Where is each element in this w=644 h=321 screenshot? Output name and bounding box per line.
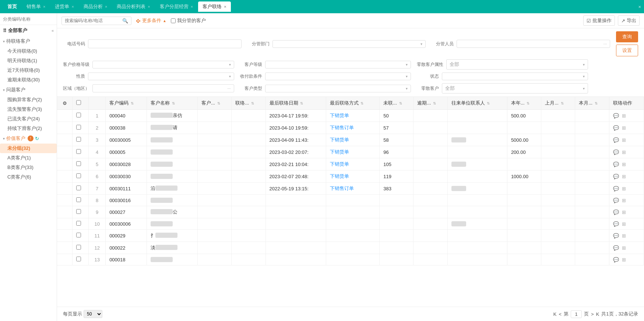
last-page-btn[interactable]: K bbox=[596, 311, 599, 317]
batch-operation-btn[interactable]: ☑ 批量操作 bbox=[583, 15, 615, 26]
close-icon[interactable]: × bbox=[224, 4, 226, 9]
tab-purchase[interactable]: 进货单 × bbox=[50, 1, 78, 12]
grid-action-icon[interactable]: ⊞ bbox=[622, 162, 626, 167]
row-last-contact-method[interactable]: 下销售订单 bbox=[326, 122, 379, 134]
row-select-checkbox[interactable] bbox=[76, 245, 81, 250]
row-select-checkbox[interactable] bbox=[76, 257, 81, 261]
filter-more-btn[interactable]: ⧾ 更多条件 ▲ bbox=[136, 17, 166, 24]
chat-icon[interactable]: 💬 bbox=[613, 257, 619, 262]
retail-attr-select[interactable]: 全部 ▾ bbox=[446, 59, 588, 70]
chat-icon[interactable]: 💬 bbox=[613, 221, 619, 227]
row-select-checkbox[interactable] bbox=[76, 161, 81, 166]
close-icon[interactable]: × bbox=[148, 4, 150, 9]
tab-analysis-list[interactable]: 商品分析列表 × bbox=[112, 1, 154, 12]
row-select-checkbox[interactable] bbox=[76, 221, 81, 226]
close-icon[interactable]: × bbox=[105, 4, 107, 9]
row-last-contact-method[interactable]: 下销货单 bbox=[326, 158, 379, 170]
sidebar-item-class-b[interactable]: B类客户(33) bbox=[0, 163, 57, 172]
row-last-contact-method[interactable]: 下销售订单 bbox=[326, 183, 379, 195]
name-column-header[interactable]: 客户名称 ⇅ bbox=[147, 97, 197, 110]
chat-icon[interactable]: 💬 bbox=[613, 186, 619, 191]
sidebar-search-input[interactable] bbox=[3, 17, 57, 22]
customer-type-column-header[interactable]: 客户... ⇅ bbox=[198, 97, 232, 110]
sidebar-all-customers[interactable]: ⠿ 全部客户 « bbox=[0, 25, 57, 36]
close-icon[interactable]: × bbox=[71, 4, 74, 9]
row-select-checkbox[interactable] bbox=[76, 137, 81, 142]
grid-action-icon[interactable]: ⊞ bbox=[622, 137, 626, 143]
grid-action-icon[interactable]: ⊞ bbox=[622, 174, 626, 179]
sidebar-item-tomorrow[interactable]: 明天待联络(1) bbox=[0, 56, 57, 66]
grid-action-icon[interactable]: ⊞ bbox=[622, 186, 626, 191]
sidebar-group-value[interactable]: ▾ 价值客户 ! ↻ bbox=[0, 133, 57, 144]
sidebar-item-class-c[interactable]: C类客户(6) bbox=[0, 172, 57, 182]
grid-action-icon[interactable]: ⊞ bbox=[622, 209, 626, 215]
row-select-checkbox[interactable] bbox=[76, 173, 81, 178]
row-last-contact-method[interactable]: 下销货单 bbox=[326, 110, 379, 122]
grid-action-icon[interactable]: ⊞ bbox=[622, 233, 626, 239]
tab-home[interactable]: 首页 bbox=[3, 1, 21, 12]
tab-customer-contact[interactable]: 客户联络 × bbox=[198, 1, 230, 12]
reset-button[interactable]: 设置 bbox=[616, 45, 638, 56]
chat-icon[interactable]: 💬 bbox=[613, 113, 619, 119]
sidebar-item-churn-warning[interactable]: 流失预警客户(3) bbox=[0, 105, 57, 114]
row-settings[interactable] bbox=[57, 110, 73, 122]
grid-action-icon[interactable]: ⊞ bbox=[622, 257, 626, 262]
chat-icon[interactable]: 💬 bbox=[613, 162, 619, 167]
grid-action-icon[interactable]: ⊞ bbox=[622, 198, 626, 203]
chat-icon[interactable]: 💬 bbox=[613, 245, 619, 251]
sidebar-item-7days[interactable]: 近7天待联络(0) bbox=[0, 66, 57, 75]
dept-select[interactable]: ▾ bbox=[272, 40, 426, 48]
chat-icon[interactable]: 💬 bbox=[613, 125, 619, 131]
this-month-column-header[interactable]: 本月... ⇅ bbox=[575, 97, 609, 110]
row-select-checkbox[interactable] bbox=[76, 209, 81, 214]
refresh-icon[interactable]: ↻ bbox=[35, 136, 39, 141]
this-year-column-header[interactable]: 本年... ⇅ bbox=[507, 97, 541, 110]
row-last-contact-method[interactable]: 下销货单 bbox=[326, 170, 379, 183]
row-last-contact-method[interactable] bbox=[326, 218, 379, 230]
grid-action-icon[interactable]: ⊞ bbox=[622, 245, 626, 251]
row-last-contact-method[interactable] bbox=[326, 206, 379, 218]
tab-sales[interactable]: 销售单 × bbox=[22, 1, 50, 12]
sidebar-item-abnormal[interactable]: 囤购异常客户(2) bbox=[0, 95, 57, 105]
row-select-checkbox[interactable] bbox=[76, 233, 81, 237]
settings-column-header[interactable]: ⚙ bbox=[57, 97, 73, 110]
row-select-checkbox[interactable] bbox=[76, 113, 81, 117]
my-customers-checkbox[interactable] bbox=[171, 18, 176, 23]
chat-icon[interactable]: 💬 bbox=[613, 137, 619, 143]
sidebar-collapse-icon[interactable]: « bbox=[52, 28, 54, 33]
row-select-checkbox[interactable] bbox=[76, 125, 81, 130]
sidebar-item-declining[interactable]: 持续下滑客户(2) bbox=[0, 124, 57, 133]
row-last-contact-method[interactable] bbox=[326, 242, 379, 254]
sidebar-item-churned[interactable]: 已流失客户(24) bbox=[0, 114, 57, 124]
row-select-checkbox[interactable] bbox=[76, 149, 81, 154]
customer-type-select[interactable]: ▾ bbox=[265, 85, 411, 92]
next-page-btn[interactable]: > bbox=[591, 311, 594, 317]
sidebar-item-today[interactable]: 今天待联络(0) bbox=[0, 46, 57, 56]
contact-column-header[interactable]: 联络... ⇅ bbox=[232, 97, 265, 110]
not-contacted-column-header[interactable]: 未联... ⇅ bbox=[380, 97, 414, 110]
tab-customer-mgmt[interactable]: 客户分层经营 × bbox=[155, 1, 197, 12]
code-column-header[interactable]: 客户编码 ⇅ bbox=[106, 97, 147, 110]
grid-action-icon[interactable]: ⊞ bbox=[622, 221, 626, 227]
row-settings[interactable] bbox=[57, 254, 73, 265]
row-last-contact-method[interactable] bbox=[326, 254, 379, 265]
grid-action-icon[interactable]: ⊞ bbox=[622, 113, 626, 119]
chat-icon[interactable]: 💬 bbox=[613, 233, 619, 239]
sidebar-group-problem[interactable]: ▾ 问题客户 bbox=[0, 85, 57, 95]
row-last-contact-method[interactable] bbox=[326, 230, 379, 242]
current-page[interactable]: 1 bbox=[571, 310, 582, 318]
last-month-column-header[interactable]: 上月... ⇅ bbox=[541, 97, 575, 110]
close-window[interactable]: × bbox=[638, 4, 641, 10]
tab-analysis[interactable]: 商品分析 × bbox=[79, 1, 112, 12]
sidebar-group-pending[interactable]: ▾ 待联络客户 bbox=[0, 36, 57, 46]
last-contact-method-column-header[interactable]: 最后联络方式 ⇅ bbox=[326, 97, 379, 110]
chat-icon[interactable]: 💬 bbox=[613, 198, 619, 203]
area-select[interactable]: ··· bbox=[92, 84, 234, 92]
export-btn[interactable]: ↗ 导出 bbox=[618, 15, 640, 26]
prev-page-btn[interactable]: < bbox=[559, 311, 562, 317]
row-settings[interactable] bbox=[57, 134, 73, 146]
row-settings[interactable] bbox=[57, 218, 73, 230]
row-settings[interactable] bbox=[57, 158, 73, 170]
contact-person-column-header[interactable]: 往来单位联系人 ⇅ bbox=[447, 97, 507, 110]
grid-action-icon[interactable]: ⊞ bbox=[622, 149, 626, 155]
